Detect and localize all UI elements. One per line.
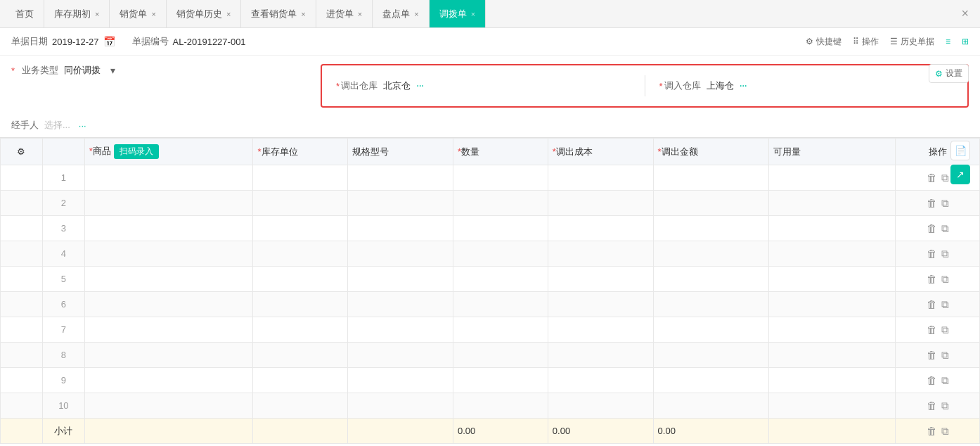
row-available[interactable] bbox=[769, 419, 896, 444]
scan-button[interactable]: 扫码录入 bbox=[114, 144, 159, 159]
layout-button-2[interactable]: ⊞ bbox=[962, 37, 969, 46]
row-amount[interactable] bbox=[653, 165, 769, 191]
row-amount[interactable] bbox=[653, 292, 769, 317]
row-unit[interactable] bbox=[253, 191, 348, 216]
history-button[interactable]: ☰ 历史单据 bbox=[890, 36, 934, 48]
row-cost[interactable] bbox=[548, 317, 653, 343]
row-available[interactable] bbox=[769, 368, 896, 393]
row-cost[interactable] bbox=[548, 191, 653, 216]
row-amount[interactable] bbox=[653, 343, 769, 368]
delete-icon[interactable]: 🗑 bbox=[927, 349, 937, 362]
tab-inventory-init-close[interactable]: × bbox=[95, 10, 99, 18]
row-product[interactable] bbox=[84, 317, 253, 343]
business-type-dropdown[interactable]: ▾ bbox=[110, 65, 115, 76]
row-spec[interactable] bbox=[348, 191, 453, 216]
row-spec[interactable] bbox=[348, 241, 453, 267]
copy-icon[interactable]: ⧉ bbox=[941, 425, 949, 438]
tab-view-sales[interactable]: 查看销货单 × bbox=[241, 0, 316, 27]
transfer-in-more[interactable]: ··· bbox=[740, 79, 747, 92]
row-product[interactable] bbox=[84, 343, 253, 368]
delete-icon[interactable]: 🗑 bbox=[927, 374, 937, 387]
tab-purchase-order[interactable]: 进货单 × bbox=[316, 0, 373, 27]
row-amount[interactable] bbox=[653, 191, 769, 216]
row-spec[interactable] bbox=[348, 165, 453, 191]
copy-icon[interactable]: ⧉ bbox=[941, 400, 949, 412]
operation-button[interactable]: ⠿ 操作 bbox=[853, 36, 879, 48]
copy-icon[interactable]: ⧉ bbox=[941, 197, 949, 210]
row-qty[interactable] bbox=[453, 165, 548, 191]
row-unit[interactable] bbox=[253, 241, 348, 267]
row-available[interactable] bbox=[769, 317, 896, 343]
tab-sales-order-close[interactable]: × bbox=[151, 10, 155, 18]
row-qty[interactable]: 0.00 bbox=[453, 419, 548, 444]
copy-icon[interactable]: ⧉ bbox=[941, 222, 949, 235]
row-unit[interactable] bbox=[253, 317, 348, 343]
row-amount[interactable] bbox=[653, 241, 769, 267]
row-available[interactable] bbox=[769, 292, 896, 317]
row-product[interactable] bbox=[84, 267, 253, 292]
row-amount[interactable]: 0.00 bbox=[653, 419, 769, 444]
row-product[interactable] bbox=[84, 241, 253, 267]
tab-inventory-check[interactable]: 盘点单 × bbox=[373, 0, 429, 27]
tab-sales-order[interactable]: 销货单 × bbox=[110, 0, 166, 27]
row-spec[interactable] bbox=[348, 419, 453, 444]
tab-purchase-order-close[interactable]: × bbox=[358, 10, 362, 18]
row-cost[interactable]: 0.00 bbox=[548, 419, 653, 444]
row-spec[interactable] bbox=[348, 292, 453, 317]
row-cost[interactable] bbox=[548, 267, 653, 292]
tab-view-sales-close[interactable]: × bbox=[301, 10, 305, 18]
transfer-in-value[interactable]: 上海仓 bbox=[707, 79, 734, 92]
row-available[interactable] bbox=[769, 216, 896, 241]
delete-icon[interactable]: 🗑 bbox=[927, 400, 937, 412]
row-unit[interactable] bbox=[253, 216, 348, 241]
row-product[interactable] bbox=[84, 368, 253, 393]
tab-sales-history-close[interactable]: × bbox=[226, 10, 231, 18]
row-cost[interactable] bbox=[548, 165, 653, 191]
delete-icon[interactable]: 🗑 bbox=[927, 425, 937, 438]
delete-icon[interactable]: 🗑 bbox=[927, 172, 937, 184]
tab-inventory-check-close[interactable]: × bbox=[414, 10, 418, 18]
row-available[interactable] bbox=[769, 191, 896, 216]
row-product[interactable] bbox=[84, 216, 253, 241]
tab-inventory-init[interactable]: 库存期初 × bbox=[44, 0, 110, 27]
close-all-tabs[interactable]: × bbox=[955, 6, 974, 21]
row-spec[interactable] bbox=[348, 216, 453, 241]
shortcut-button[interactable]: ⚙ 快捷键 bbox=[806, 36, 842, 48]
row-qty[interactable] bbox=[453, 317, 548, 343]
row-qty[interactable] bbox=[453, 343, 548, 368]
handler-input[interactable]: 选择... bbox=[44, 119, 70, 132]
layout-button-1[interactable]: ≡ bbox=[946, 37, 950, 46]
row-unit[interactable] bbox=[253, 267, 348, 292]
row-available[interactable] bbox=[769, 241, 896, 267]
row-product[interactable] bbox=[84, 191, 253, 216]
row-unit[interactable] bbox=[253, 292, 348, 317]
row-cost[interactable] bbox=[548, 343, 653, 368]
sidebar-export-icon[interactable]: ↗ bbox=[950, 165, 970, 184]
row-product[interactable] bbox=[84, 165, 253, 191]
row-spec[interactable] bbox=[348, 317, 453, 343]
transfer-out-value[interactable]: 北京仓 bbox=[383, 79, 411, 92]
row-qty[interactable] bbox=[453, 191, 548, 216]
row-spec[interactable] bbox=[348, 267, 453, 292]
handler-more[interactable]: ··· bbox=[79, 120, 86, 131]
delete-icon[interactable]: 🗑 bbox=[927, 273, 937, 286]
tab-transfer-order[interactable]: 调拨单 × bbox=[430, 0, 486, 27]
row-qty[interactable] bbox=[453, 267, 548, 292]
copy-icon[interactable]: ⧉ bbox=[941, 374, 949, 387]
row-spec[interactable] bbox=[348, 368, 453, 393]
delete-icon[interactable]: 🗑 bbox=[927, 298, 937, 311]
row-qty[interactable] bbox=[453, 393, 548, 419]
delete-icon[interactable]: 🗑 bbox=[927, 222, 937, 235]
row-spec[interactable] bbox=[348, 393, 453, 419]
row-qty[interactable] bbox=[453, 216, 548, 241]
row-cost[interactable] bbox=[548, 216, 653, 241]
row-qty[interactable] bbox=[453, 241, 548, 267]
row-product[interactable] bbox=[84, 393, 253, 419]
row-unit[interactable] bbox=[253, 165, 348, 191]
row-available[interactable] bbox=[769, 393, 896, 419]
row-amount[interactable] bbox=[653, 216, 769, 241]
row-unit[interactable] bbox=[253, 419, 348, 444]
copy-icon[interactable]: ⧉ bbox=[941, 298, 949, 311]
row-amount[interactable] bbox=[653, 368, 769, 393]
copy-icon[interactable]: ⧉ bbox=[941, 172, 949, 184]
